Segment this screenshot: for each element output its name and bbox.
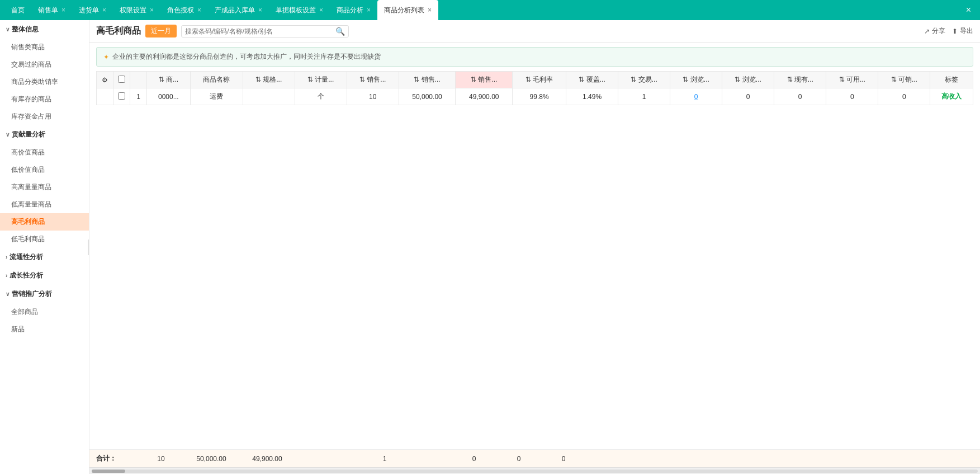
row-browse2-cell: 0 [722,88,774,105]
sidebar-item-category-sales-rate[interactable]: 商品分类助销率 [0,73,89,91]
chevron-right-icon: › [6,254,7,260]
close-sales-tab[interactable]: × [61,6,65,14]
sidebar-item-low-value[interactable]: 低价值商品 [0,161,89,179]
close-permission-tab[interactable]: × [150,6,154,14]
row-sales-amount-cell: 50,000.00 [399,88,456,105]
footer-sales-amount: 50,000.00 [183,454,239,464]
export-button[interactable]: ⬆ 导出 [952,26,973,36]
sort-icon-cur: ⇅ [787,76,793,83]
coverage-column-header[interactable]: ⇅ 覆盖... [566,72,618,88]
sidebar-item-all-goods[interactable]: 全部商品 [0,303,89,321]
footer-gross-rate [295,458,329,460]
sidebar-item-stock-capital[interactable]: 库存资金占用 [0,108,89,125]
content-header: 高毛利商品 近一月 🔍 ↗ 分享 ⬆ 导出 [89,20,980,43]
sidebar-section-marketing-title[interactable]: ∨ 营销推广分析 [0,285,89,303]
browse2-column-header[interactable]: ⇅ 浏览... [722,72,774,88]
tag-column-header[interactable]: 标签 [930,72,973,88]
export-icon: ⬆ [952,27,958,35]
footer-coverage [329,458,362,460]
row-num-cell: 1 [130,88,147,105]
close-purchase-tab[interactable]: × [102,6,106,14]
close-inbound-tab[interactable]: × [258,6,262,14]
scrollbar-track [92,470,978,473]
spec-column-header[interactable]: ⇅ 规格... [243,72,295,88]
saleable-column-header[interactable]: ⇅ 可销... [878,72,930,88]
sidebar-item-high-margin[interactable]: 高毛利商品 [0,213,89,231]
sort-icon-sp: ⇅ [471,76,476,83]
search-box: 🔍 [181,25,349,37]
nav-home[interactable]: 首页 [4,0,31,20]
row-available-cell: 0 [826,88,878,105]
sort-icon: ⇅ [159,76,164,83]
nav-analysis[interactable]: 商品分析 × [330,0,377,20]
sidebar-item-sales-goods[interactable]: 销售类商品 [0,39,89,56]
footer-label: 合计： [96,454,116,463]
sidebar-section-flow-title[interactable]: › 流通性分析 [0,248,89,266]
row-checkbox[interactable] [118,92,125,100]
sales-profit-column-header[interactable]: ⇅ 销售... [456,72,513,88]
nav-purchase[interactable]: 进货单 × [72,0,113,20]
content-area: 高毛利商品 近一月 🔍 ↗ 分享 ⬆ 导出 ✦ 企业的主要的利润都是这部分商品创… [89,20,980,474]
sales-qty-column-header[interactable]: ⇅ 销售... [347,72,399,88]
search-input[interactable] [185,27,335,35]
chevron-right-icon-2: › [6,273,7,279]
close-analysis-list-tab[interactable]: × [428,6,432,14]
close-window-button[interactable]: × [962,5,976,15]
unit-column-header[interactable]: ⇅ 计量... [295,72,347,88]
row-checkbox-cell [113,88,130,105]
row-tag-cell: 高收入 [930,88,973,105]
data-table: ⚙ ⇅ 商... 商品名称 ⇅ 规格... [96,71,973,105]
close-template-tab[interactable]: × [319,6,323,14]
row-browse1-cell: 0 [670,88,722,105]
close-analysis-tab[interactable]: × [367,6,371,14]
table-header-row: ⚙ ⇅ 商... 商品名称 ⇅ 规格... [97,72,973,88]
search-icon[interactable]: 🔍 [335,27,345,36]
sidebar-section-overall-title[interactable]: ∨ 整体信息 [0,20,89,39]
sidebar-section-growth-title[interactable]: › 成长性分析 [0,266,89,285]
sidebar-item-traded-goods[interactable]: 交易过的商品 [0,56,89,73]
nav-sales[interactable]: 销售单 × [31,0,72,20]
close-role-tab[interactable]: × [197,6,201,14]
browse1-column-header[interactable]: ⇅ 浏览... [670,72,722,88]
sidebar-item-low-quantity[interactable]: 低离量量商品 [0,196,89,213]
scrollbar-thumb[interactable] [92,470,125,473]
available-column-header[interactable]: ⇅ 可用... [826,72,878,88]
row-sales-qty-cell: 10 [347,88,399,105]
sort-icon-cov: ⇅ [579,76,584,83]
trade-column-header[interactable]: ⇅ 交易... [618,72,670,88]
share-button[interactable]: ↗ 分享 [924,26,945,36]
settings-column-header[interactable]: ⚙ [97,72,113,88]
browse1-link[interactable]: 0 [694,93,698,101]
sales-amount-column-header[interactable]: ⇅ 销售... [399,72,456,88]
sidebar-item-high-quantity[interactable]: 高离量量商品 [0,179,89,196]
top-navigation: 首页 销售单 × 进货单 × 权限设置 × 角色授权 × 产成品入库单 × 单据… [0,0,980,20]
sidebar-section-contribution-title[interactable]: ∨ 贡献量分析 [0,125,89,144]
filter-recent-month-button[interactable]: 近一月 [145,25,177,37]
sidebar-item-in-stock-goods[interactable]: 有库存的商品 [0,91,89,108]
sidebar-item-high-value[interactable]: 高价值商品 [0,144,89,161]
table-container: ⚙ ⇅ 商... 商品名称 ⇅ 规格... [89,71,980,449]
gross-rate-column-header[interactable]: ⇅ 毛利率 [513,72,566,88]
sidebar-item-new-goods[interactable]: 新品 [0,321,89,338]
nav-inbound[interactable]: 产成品入库单 × [208,0,269,20]
nav-template[interactable]: 单据模板设置 × [269,0,330,20]
name-column-header[interactable]: 商品名称 [190,72,243,88]
horizontal-scrollbar[interactable] [89,467,980,474]
nav-role[interactable]: 角色授权 × [160,0,208,20]
row-gross-rate-cell: 99.8% [513,88,566,105]
sort-icon-b2: ⇅ [735,76,740,83]
nav-permission[interactable]: 权限设置 × [113,0,160,20]
current-column-header[interactable]: ⇅ 现有... [774,72,826,88]
footer-current: 0 [496,454,541,464]
sort-icon-unit: ⇅ [307,76,313,83]
row-saleable-cell: 0 [878,88,930,105]
sidebar-item-low-margin[interactable]: 低毛利商品 [0,231,89,248]
footer-available: 0 [541,454,586,464]
nav-analysis-list[interactable]: 商品分析列表 × [377,0,438,20]
code-column-header[interactable]: ⇅ 商... [147,72,191,88]
sidebar-section-overall: ∨ 整体信息 销售类商品 交易过的商品 商品分类助销率 有库存的商品 库存资金占… [0,20,89,125]
select-all-checkbox[interactable] [118,76,125,83]
sidebar-collapse-button[interactable]: 《 [88,240,89,255]
sidebar-section-growth: › 成长性分析 [0,266,89,285]
sort-icon-b1: ⇅ [683,76,688,83]
